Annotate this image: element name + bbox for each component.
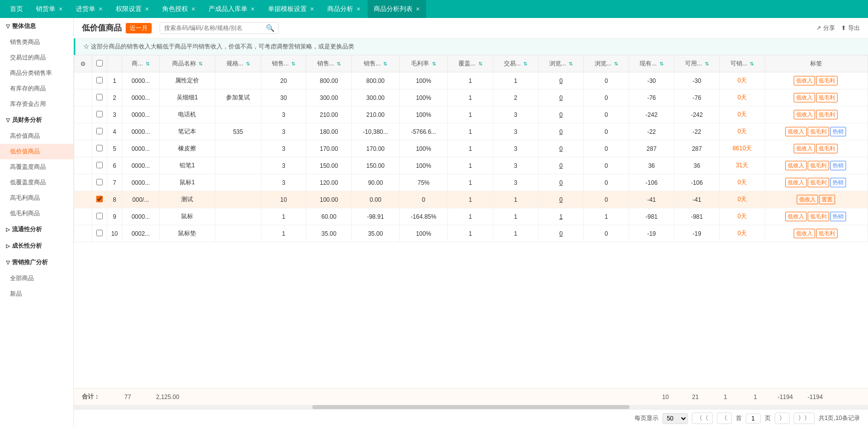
nav-templates-close[interactable]: ✕ (310, 6, 314, 12)
cell-view1[interactable]: 0 (538, 225, 584, 242)
share-button[interactable]: ↗ 分享 (816, 24, 835, 32)
sidebar-group-liquidity[interactable]: ▷流通性分析 (0, 221, 73, 238)
cell-view1[interactable]: 0 (538, 106, 584, 123)
row-checkbox[interactable] (96, 196, 103, 202)
first-page-button[interactable]: 〈〈 (692, 413, 713, 424)
nav-analysis-list[interactable]: 商品分析列表 ✕ (368, 0, 426, 18)
col-cover[interactable]: 覆盖... ⇅ (447, 55, 493, 72)
cell-days: 0天 (719, 72, 765, 89)
sidebar-item-low-value[interactable]: 低价值商品 (0, 144, 73, 159)
col-settings[interactable]: ⚙ (74, 55, 92, 72)
sidebar-group-growth[interactable]: ▷成长性分析 (0, 238, 73, 254)
col-spec[interactable]: 规格... ⇅ (215, 55, 261, 72)
nav-analysis-list-close[interactable]: ✕ (416, 6, 420, 12)
nav-roles-close[interactable]: ✕ (191, 6, 196, 12)
prev-page-button[interactable]: 〈 (717, 413, 732, 424)
tag: 低毛利 (808, 178, 829, 187)
view1-value[interactable]: 0 (559, 196, 563, 203)
nav-sales[interactable]: 销货单 ✕ (30, 0, 69, 18)
row-checkbox[interactable] (96, 230, 103, 236)
search-input[interactable] (164, 24, 264, 31)
sidebar-item-low-margin[interactable]: 低毛利商品 (0, 206, 73, 221)
view1-value[interactable]: 0 (559, 179, 563, 186)
next-page-button[interactable]: 〉 (775, 413, 790, 424)
row-checkbox[interactable] (96, 213, 103, 219)
sidebar-item-high-value[interactable]: 高价值商品 (0, 128, 73, 144)
cell-view1[interactable]: 0 (538, 157, 584, 174)
col-margin[interactable]: 毛利率 ⇅ (400, 55, 448, 72)
nav-purchase[interactable]: 进货单 ✕ (70, 0, 109, 18)
nav-home[interactable]: 首页 (4, 0, 29, 18)
last-page-button[interactable]: 〉〉 (794, 413, 815, 424)
horizontal-scrollbar[interactable] (74, 405, 868, 409)
sidebar-group-overall[interactable]: ▽整体信息 (0, 18, 73, 34)
view1-value[interactable]: 0 (559, 230, 563, 237)
view1-value[interactable]: 0 (559, 94, 563, 101)
cell-margin: -5766.6... (400, 123, 448, 140)
row-checkbox[interactable] (96, 162, 103, 168)
page-size-select[interactable]: 50 100 200 (662, 413, 688, 424)
sidebar-group-marketing[interactable]: ▽营销推广分析 (0, 254, 73, 271)
sidebar-item-category-sales[interactable]: 商品分类销售率 (0, 65, 73, 81)
col-name[interactable]: 商品名称 ⇅ (159, 55, 215, 72)
col-check[interactable] (92, 55, 107, 72)
table-row: 5 0000... 橡皮擦 3 170.00 170.00 100% 1 3 0… (74, 140, 868, 157)
row-checkbox[interactable] (96, 94, 103, 100)
cell-view1[interactable]: 0 (538, 123, 584, 140)
sidebar-group-finance[interactable]: ▽员财务分析 (0, 112, 73, 128)
view1-value[interactable]: 0 (559, 162, 563, 169)
row-checkbox[interactable] (96, 128, 103, 134)
cell-view1[interactable]: 0 (538, 89, 584, 106)
col-sale3[interactable]: 销售... ⇅ (352, 55, 400, 72)
view1-value[interactable]: 1 (559, 213, 563, 220)
row-checkbox[interactable] (96, 111, 103, 117)
sidebar-item-high-margin[interactable]: 高毛利商品 (0, 190, 73, 206)
col-view1[interactable]: 浏览... ⇅ (538, 55, 584, 72)
cell-view1[interactable]: 0 (538, 140, 584, 157)
nav-warehouse[interactable]: 产成品入库单 ✕ (203, 0, 261, 18)
col-available[interactable]: 可用... ⇅ (674, 55, 720, 72)
col-current[interactable]: 现有... ⇅ (629, 55, 674, 72)
view1-value[interactable]: 0 (559, 145, 563, 152)
nav-permissions-close[interactable]: ✕ (145, 6, 149, 12)
cell-s2: 60.00 (306, 208, 352, 225)
cell-view1[interactable]: 0 (538, 191, 584, 208)
cell-view1[interactable]: 0 (538, 174, 584, 191)
row-checkbox[interactable] (96, 179, 103, 185)
col-saleable[interactable]: 可销... ⇅ (719, 55, 765, 72)
view1-value[interactable]: 0 (559, 128, 563, 135)
export-button[interactable]: ⬆ 导出 (841, 24, 860, 32)
col-sale1[interactable]: 销售... ⇅ (261, 55, 306, 72)
nav-roles[interactable]: 角色授权 ✕ (156, 0, 202, 18)
nav-analysis[interactable]: 商品分析 ✕ (321, 0, 367, 18)
nav-permissions[interactable]: 权限设置 ✕ (110, 0, 155, 18)
select-all-checkbox[interactable] (96, 60, 103, 66)
sidebar-item-new-goods[interactable]: 新品 (0, 286, 73, 302)
col-sale2[interactable]: 销售... ⇅ (306, 55, 352, 72)
filter-period-button[interactable]: 近一月 (126, 23, 152, 33)
sidebar-item-stock-goods[interactable]: 有库存的商品 (0, 81, 73, 96)
nav-purchase-close[interactable]: ✕ (98, 6, 103, 12)
col-code[interactable]: 商... ⇅ (122, 55, 160, 72)
cell-view1[interactable]: 0 (538, 72, 584, 89)
view1-value[interactable]: 0 (559, 111, 563, 118)
col-view2[interactable]: 浏览... ⇅ (584, 55, 629, 72)
sidebar-item-traded-goods[interactable]: 交易过的商品 (0, 50, 73, 65)
nav-warehouse-close[interactable]: ✕ (250, 6, 255, 12)
nav-sales-close[interactable]: ✕ (58, 6, 63, 12)
sidebar-item-sales-goods[interactable]: 销售类商品 (0, 34, 73, 50)
sidebar-item-all-goods[interactable]: 全部商品 (0, 271, 73, 286)
sidebar-item-stock-funds[interactable]: 库存资金占用 (0, 96, 73, 112)
info-banner: ☆ 这部分商品的销售收入大幅低于商品平均销售收入，价值不高，可考虑调整营销策略，… (74, 38, 868, 55)
cell-spec: 535 (215, 123, 261, 140)
cell-view1[interactable]: 1 (538, 208, 584, 225)
nav-analysis-close[interactable]: ✕ (356, 6, 361, 12)
sidebar-item-low-coverage[interactable]: 低覆盖度商品 (0, 175, 73, 190)
nav-templates[interactable]: 单据模板设置 ✕ (262, 0, 320, 18)
view1-value[interactable]: 0 (559, 77, 563, 84)
col-trade[interactable]: 交易... ⇅ (493, 55, 538, 72)
row-checkbox[interactable] (96, 77, 103, 83)
page-number-input[interactable] (746, 414, 761, 424)
sidebar-item-high-coverage[interactable]: 高覆盖度商品 (0, 159, 73, 175)
row-checkbox[interactable] (96, 145, 103, 151)
